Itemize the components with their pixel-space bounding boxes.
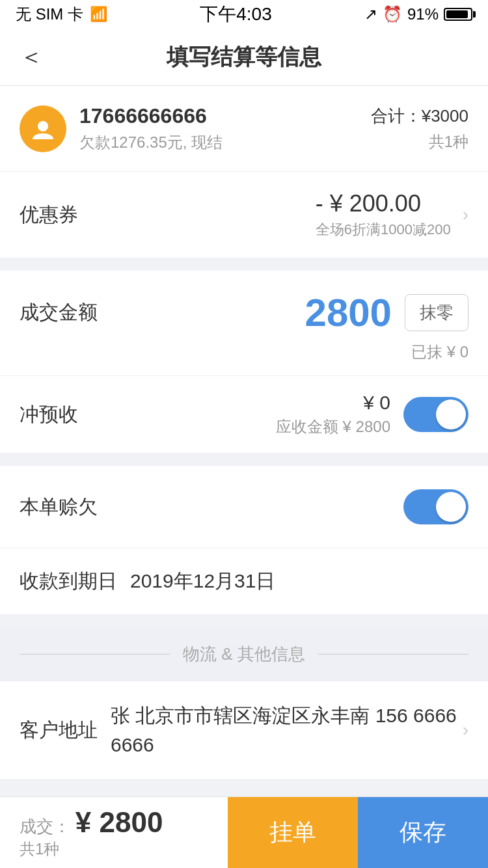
address-chevron-icon: › xyxy=(463,720,468,740)
coupon-right: - ¥ 200.00 全场6折满1000减200 › xyxy=(316,190,468,239)
status-right: ↗ ⏰ 91% xyxy=(364,5,472,23)
time-label: 下午4:03 xyxy=(200,2,272,27)
status-left: 无 SIM 卡 📶 xyxy=(16,4,107,25)
credit-toggle[interactable] xyxy=(403,489,468,524)
avatar xyxy=(20,105,66,152)
address-row[interactable]: 客户地址 张 北京市市辖区海淀区永丰南 156 6666 6666 › xyxy=(0,681,488,779)
customer-left: 17666666666 欠款1276.35元, 现结 xyxy=(20,104,223,153)
back-button[interactable]: ＜ xyxy=(20,41,43,73)
round-button[interactable]: 抹零 xyxy=(405,294,468,331)
deal-sub: 已抹 ¥ 0 xyxy=(0,342,488,375)
address-value: 张 北京市市辖区海淀区永丰南 156 6666 6666 xyxy=(111,701,457,759)
credit-toggle-knob xyxy=(436,492,466,522)
deal-amount: 2800 xyxy=(305,290,392,335)
credit-row: 本单赊欠 xyxy=(0,466,488,548)
bottom-bar: 成交： ¥ 2800 共1种 挂单 保存 xyxy=(0,796,488,868)
prepay-row: 冲预收 ¥ 0 应收金额 ¥ 2800 xyxy=(0,375,488,453)
due-date-value: 2019年12月31日 xyxy=(130,568,275,595)
prepay-amount: ¥ 0 xyxy=(276,392,390,414)
customer-info: 17666666666 欠款1276.35元, 现结 xyxy=(79,104,223,153)
prepay-label: 冲预收 xyxy=(20,401,78,428)
coupon-row[interactable]: 优惠券 - ¥ 200.00 全场6折满1000减200 › xyxy=(0,171,488,258)
divider-line-left xyxy=(20,654,170,655)
prepay-toggle[interactable] xyxy=(403,397,468,432)
location-icon: ↗ xyxy=(364,5,377,23)
coupon-desc: 全场6折满1000减200 xyxy=(316,220,451,239)
wifi-icon: 📶 xyxy=(90,6,107,23)
customer-card: 17666666666 欠款1276.35元, 现结 合计：¥3000 共1种 … xyxy=(0,86,488,258)
battery-fill xyxy=(446,10,468,18)
bottom-summary: 成交： ¥ 2800 共1种 xyxy=(0,806,228,860)
customer-phone: 17666666666 xyxy=(79,104,223,128)
coupon-amount: - ¥ 200.00 xyxy=(316,190,451,217)
battery-indicator xyxy=(444,8,472,21)
customer-row: 17666666666 欠款1276.35元, 现结 合计：¥3000 共1种 xyxy=(0,86,488,171)
battery-label: 91% xyxy=(407,5,439,23)
content-area: 17666666666 欠款1276.35元, 现结 合计：¥3000 共1种 … xyxy=(0,86,488,868)
prepay-values: ¥ 0 应收金额 ¥ 2800 xyxy=(276,392,390,437)
toggle-knob xyxy=(436,400,466,429)
address-label: 客户地址 xyxy=(20,717,98,744)
coupon-chevron-icon: › xyxy=(463,204,468,225)
coupon-info: - ¥ 200.00 全场6折满1000减200 xyxy=(316,190,451,239)
bottom-count: 共1种 xyxy=(20,839,208,860)
hold-button[interactable]: 挂单 xyxy=(228,797,358,869)
deal-card: 成交金额 2800 抹零 已抹 ¥ 0 冲预收 ¥ 0 应收金额 ¥ 2800 xyxy=(0,271,488,453)
save-button[interactable]: 保存 xyxy=(358,797,488,869)
credit-card: 本单赊欠 收款到期日 2019年12月31日 xyxy=(0,466,488,614)
svg-point-0 xyxy=(38,121,48,131)
customer-right: 合计：¥3000 共1种 xyxy=(371,105,468,152)
prepay-right: ¥ 0 应收金额 ¥ 2800 xyxy=(276,392,468,437)
divider-line-right xyxy=(318,654,468,655)
address-card[interactable]: 客户地址 张 北京市市辖区海淀区永丰南 156 6666 6666 › xyxy=(0,681,488,779)
customer-debt: 欠款1276.35元, 现结 xyxy=(79,132,223,153)
carrier-label: 无 SIM 卡 xyxy=(16,4,83,25)
logistics-divider: 物流 & 其他信息 xyxy=(0,627,488,681)
bottom-amount: ¥ 2800 xyxy=(75,806,163,838)
due-date-label: 收款到期日 xyxy=(20,568,117,595)
bottom-deal-row: 成交： ¥ 2800 xyxy=(20,806,208,839)
bottom-deal-label: 成交： xyxy=(20,817,70,836)
status-bar: 无 SIM 卡 📶 下午4:03 ↗ ⏰ 91% xyxy=(0,0,488,29)
prepay-sub: 应收金额 ¥ 2800 xyxy=(276,416,390,437)
nav-bar: ＜ 填写结算等信息 xyxy=(0,29,488,86)
total-count: 共1种 xyxy=(371,131,468,152)
total-label: 合计：¥3000 xyxy=(371,105,468,128)
credit-label: 本单赊欠 xyxy=(20,494,98,521)
logistics-label: 物流 & 其他信息 xyxy=(183,643,305,666)
coupon-label: 优惠券 xyxy=(20,202,78,228)
page-title: 填写结算等信息 xyxy=(167,42,321,72)
due-date-row: 收款到期日 2019年12月31日 xyxy=(0,548,488,614)
deal-right: 2800 抹零 xyxy=(305,290,468,335)
deal-label: 成交金额 xyxy=(20,299,98,326)
alarm-icon: ⏰ xyxy=(383,5,402,23)
deal-row: 成交金额 2800 抹零 xyxy=(0,271,488,342)
